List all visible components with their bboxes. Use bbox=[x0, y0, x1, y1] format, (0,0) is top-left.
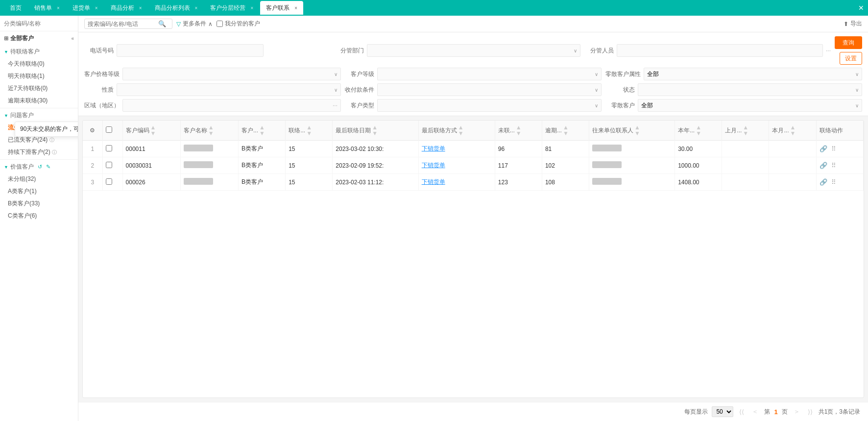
nav-tab-customer-contact[interactable]: 客户联系 × bbox=[260, 1, 303, 15]
row-2-overdue: 102 bbox=[542, 157, 589, 174]
row-3-lastmethod[interactable]: 下销货单 bbox=[418, 174, 495, 191]
row-3-actions: 🔗 ⠿ bbox=[816, 174, 863, 191]
nav-home[interactable]: 首页 bbox=[4, 4, 27, 12]
sort-unlinkd-icon[interactable]: ▲▼ bbox=[516, 124, 522, 136]
sidebar-item-class-c[interactable]: C类客户(6) bbox=[0, 210, 78, 222]
person-select[interactable] bbox=[617, 44, 823, 57]
my-customers-checkbox-label[interactable]: 我分管的客户 bbox=[217, 20, 260, 28]
sidebar-all-customers[interactable]: ⊞ 全部客户 « bbox=[0, 31, 78, 46]
sidebar-group-value[interactable]: ▼ 价值客户 ↺ ✎ bbox=[0, 161, 78, 173]
query-button[interactable]: 查询 bbox=[835, 36, 862, 49]
row-2-more-icon[interactable]: ⠿ bbox=[831, 162, 836, 169]
export-btn[interactable]: ⬆ 导出 bbox=[844, 20, 862, 28]
row-1-action-icons: 🔗 ⠿ bbox=[820, 145, 860, 152]
sort-cp-icon[interactable]: ▲▼ bbox=[634, 124, 640, 136]
main-search-input[interactable] bbox=[88, 21, 156, 27]
sidebar-collapse-icon[interactable]: « bbox=[71, 36, 74, 41]
select-all-checkbox[interactable] bbox=[106, 126, 112, 133]
payment-select[interactable]: ∨ bbox=[377, 83, 602, 96]
sidebar-item-class-b[interactable]: B类客户(33) bbox=[0, 198, 78, 210]
row-1-link-icon[interactable]: 🔗 bbox=[820, 145, 827, 152]
page-next-btn[interactable]: ＞ bbox=[792, 406, 802, 417]
payment-label: 收付款条件 bbox=[345, 86, 374, 94]
sidebar-item-class-a[interactable]: A类客户(1) bbox=[0, 185, 78, 198]
page-size-select[interactable]: 50 bbox=[712, 406, 733, 417]
nav-tab-analysis[interactable]: 商品分析 × bbox=[105, 1, 148, 15]
person-more-icon[interactable]: ··· bbox=[826, 47, 831, 54]
row-3-lastmonth bbox=[722, 174, 769, 191]
sidebar-item-overdue[interactable]: 逾期未联络(30) bbox=[0, 95, 78, 107]
row-1-more-icon[interactable]: ⠿ bbox=[831, 145, 836, 152]
nav-tab-sales[interactable]: 销售单 × bbox=[28, 1, 66, 15]
dept-select[interactable]: ∨ bbox=[367, 44, 581, 57]
sort-thisyear-icon[interactable]: ▲▼ bbox=[696, 124, 701, 136]
checkbox-column bbox=[102, 121, 122, 141]
sidebar-group-problem[interactable]: ▼ 问题客户 90天未交易的客户，可能有流失风险。 bbox=[0, 109, 78, 122]
refresh-icon[interactable]: ↺ bbox=[38, 164, 42, 170]
nav-tab-purchase[interactable]: 进货单 × bbox=[67, 1, 104, 15]
zero-customer-select[interactable]: 全部 ∨ bbox=[638, 99, 862, 112]
row-3-link-icon[interactable]: 🔗 bbox=[820, 178, 827, 186]
close-tab-customer-layer[interactable]: × bbox=[250, 5, 253, 11]
gear-column[interactable]: ⚙ bbox=[83, 121, 102, 141]
row-2-link-icon[interactable]: 🔗 bbox=[820, 162, 827, 169]
sidebar-search-input[interactable] bbox=[4, 20, 77, 27]
sort-name-icon[interactable]: ▲▼ bbox=[208, 124, 214, 136]
sort-contact-icon[interactable]: ▲▼ bbox=[306, 124, 312, 136]
close-app-button[interactable]: ✕ bbox=[858, 4, 864, 12]
row-1-lastmethod[interactable]: 下销货单 bbox=[418, 141, 495, 157]
row-3-more-icon[interactable]: ⠿ bbox=[831, 178, 836, 186]
status-select[interactable]: ∨ bbox=[638, 83, 862, 96]
my-customers-checkbox[interactable] bbox=[217, 21, 223, 27]
page-first-btn[interactable]: ⟨⟨ bbox=[737, 407, 746, 417]
nav-tab-analysis-list[interactable]: 商品分析列表 × bbox=[149, 1, 204, 15]
status-arrow-icon: ∨ bbox=[855, 87, 859, 93]
row-3-select[interactable] bbox=[106, 178, 112, 185]
close-tab-sales[interactable]: × bbox=[57, 5, 60, 11]
row-3-contactperson bbox=[589, 174, 675, 191]
sidebar-item-tomorrow[interactable]: 明天待联络(1) bbox=[0, 70, 78, 82]
filter-row-4: 区域（地区） ··· 客户类型 ∨ 零散客户 全部 bbox=[84, 99, 862, 112]
sort-lastdate-icon[interactable]: ▲▼ bbox=[372, 124, 378, 136]
main-search-icon[interactable]: 🔍 bbox=[158, 20, 166, 27]
col-overdue: 逾期... ▲▼ bbox=[542, 121, 589, 141]
row-2-code: 00030031 bbox=[122, 157, 180, 174]
sidebar-item-today[interactable]: 今天待联络(0) bbox=[0, 58, 78, 70]
page-prev-btn[interactable]: ＜ bbox=[750, 406, 760, 417]
price-grade-select[interactable]: ∨ bbox=[122, 68, 341, 80]
gender-select[interactable]: ∨ bbox=[117, 83, 341, 96]
customer-type-select[interactable]: ∨ bbox=[377, 99, 602, 112]
sort-lastmonth-icon[interactable]: ▲▼ bbox=[743, 124, 748, 136]
sort-code-icon[interactable]: ▲▼ bbox=[150, 124, 156, 136]
nav-tab-customer-layer[interactable]: 客户分层经营 × bbox=[204, 1, 259, 15]
sort-thismonth-icon[interactable]: ▲▼ bbox=[790, 124, 796, 136]
main-layout: 🔍 ⊞ 全部客户 « ▼ 待联络客户 今天待联络(0) 明天待联络(1) 近7天… bbox=[0, 16, 868, 421]
table-row: 2 00030031 B类客户 15 2023-02-09 19:52: 下销货… bbox=[83, 157, 864, 174]
phone-input[interactable] bbox=[117, 44, 264, 57]
setting-button[interactable]: 设置 bbox=[840, 52, 862, 65]
close-tab-analysis[interactable]: × bbox=[139, 5, 142, 11]
sidebar-item-7days[interactable]: 近7天待联络(0) bbox=[0, 82, 78, 95]
sort-lastmethod-icon[interactable]: ▲▼ bbox=[458, 124, 464, 136]
zero-attr-select[interactable]: 全部 ∨ bbox=[644, 68, 862, 80]
page-last-btn[interactable]: ⟩⟩ bbox=[806, 407, 815, 417]
close-tab-purchase[interactable]: × bbox=[95, 5, 98, 11]
close-tab-analysis-list[interactable]: × bbox=[195, 5, 198, 11]
row-1-select[interactable] bbox=[106, 145, 112, 151]
customer-type-label: 客户类型 bbox=[345, 101, 374, 110]
sidebar-item-declining[interactable]: 持续下滑客户(2) ⓘ bbox=[0, 146, 78, 158]
customer-grade-label: 客户等级 bbox=[345, 70, 374, 78]
sidebar-item-ungrouped[interactable]: 未分组(32) bbox=[0, 173, 78, 185]
region-select[interactable]: ··· bbox=[122, 99, 341, 112]
sort-overdue-icon[interactable]: ▲▼ bbox=[563, 124, 569, 136]
sidebar-group-pending[interactable]: ▼ 待联络客户 bbox=[0, 46, 78, 58]
customer-grade-select[interactable]: ∨ bbox=[377, 68, 602, 80]
row-2-select[interactable] bbox=[106, 162, 112, 168]
close-tab-customer-contact[interactable]: × bbox=[294, 5, 297, 11]
sort-type-icon[interactable]: ▲▼ bbox=[259, 124, 265, 136]
edit-icon[interactable]: ✎ bbox=[46, 164, 50, 170]
filter-more-btn[interactable]: ▽ 更多条件 ∧ bbox=[176, 20, 213, 28]
row-1-actions: 🔗 ⠿ bbox=[816, 141, 863, 157]
region-more-icon[interactable]: ··· bbox=[333, 102, 338, 109]
row-2-lastmethod[interactable]: 下销货单 bbox=[418, 157, 495, 174]
